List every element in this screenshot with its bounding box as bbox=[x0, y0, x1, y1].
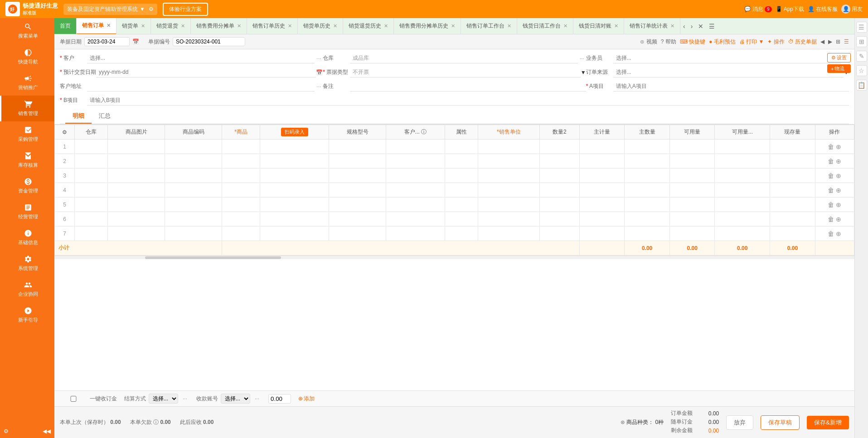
tab-sales-return[interactable]: 销货退货 ✕ bbox=[151, 18, 191, 34]
sidebar-item-purchase[interactable]: 采购管理 bbox=[0, 121, 54, 147]
tab-workbench[interactable]: 销售订单工作台 ✕ bbox=[461, 18, 517, 34]
row-delete-btn[interactable]: 🗑 bbox=[828, 172, 834, 179]
tab-close-sales-order[interactable]: ✕ bbox=[107, 23, 111, 29]
tab-home[interactable]: 首页 bbox=[54, 18, 77, 34]
sidebar-item-operations[interactable]: 经营管理 bbox=[0, 199, 54, 225]
tab-close-sales-return[interactable]: ✕ bbox=[181, 23, 185, 29]
payment-dots[interactable]: ··· bbox=[181, 395, 189, 402]
detail-tab-detail[interactable]: 明细 bbox=[65, 109, 92, 124]
tab-close-return-history[interactable]: ✕ bbox=[384, 23, 388, 29]
invoice-type-input[interactable] bbox=[350, 67, 580, 77]
order-no-input[interactable] bbox=[173, 37, 245, 46]
help-action[interactable]: ? 帮助 bbox=[661, 38, 676, 46]
scan-btn[interactable]: 扫码录入 bbox=[281, 128, 308, 136]
bank-account-select[interactable]: 选择... bbox=[221, 394, 250, 404]
customer-dots[interactable]: ··· bbox=[315, 55, 323, 62]
view-action[interactable]: ⊙ 视频 bbox=[640, 38, 657, 46]
nav-next-btn[interactable]: ▶ bbox=[828, 39, 832, 45]
row-delete-btn[interactable]: 🗑 bbox=[828, 158, 834, 165]
sidebar-item-guide[interactable]: 新手引导 bbox=[0, 302, 54, 328]
tab-close-reconcile[interactable]: ✕ bbox=[614, 23, 618, 29]
sidebar-item-system[interactable]: 系统管理 bbox=[0, 250, 54, 276]
sidebar-item-inventory[interactable]: 库存核算 bbox=[0, 147, 54, 173]
row-copy-btn[interactable]: ⊕ bbox=[836, 143, 841, 150]
warehouse-input[interactable] bbox=[350, 53, 577, 63]
bank-dots[interactable]: ··· bbox=[253, 395, 261, 402]
tab-sales-order[interactable]: 销售订单 ✕ bbox=[77, 18, 116, 34]
address-dots[interactable]: ··· bbox=[315, 83, 323, 90]
tab-invoice-history[interactable]: 销货单历史 ✕ bbox=[298, 18, 343, 34]
grid-view-btn[interactable]: ⊞ bbox=[836, 39, 840, 45]
row-delete-btn[interactable]: 🗑 bbox=[828, 216, 834, 223]
print-action[interactable]: 🖨 打印 ▼ bbox=[739, 38, 764, 46]
notes-input[interactable] bbox=[350, 81, 586, 91]
sidebar-item-basic[interactable]: 基础信息 bbox=[0, 225, 54, 250]
profit-action[interactable]: ● 毛利预估 bbox=[709, 38, 736, 46]
tab-close-expense-history[interactable]: ✕ bbox=[451, 23, 455, 29]
payment-method-select[interactable]: 选择... bbox=[149, 394, 178, 404]
right-panel-btn-3[interactable]: ✎ bbox=[856, 51, 867, 62]
warehouse-dots[interactable]: ··· bbox=[578, 55, 586, 62]
discard-button[interactable]: 放弃 bbox=[726, 415, 753, 430]
tab-prev-btn[interactable]: ‹ bbox=[680, 23, 688, 30]
row-copy-btn[interactable]: ⊕ bbox=[836, 216, 841, 223]
industry-btn[interactable]: 体验行业方案 bbox=[163, 3, 208, 16]
sidebar-item-finance[interactable]: 资金管理 bbox=[0, 173, 54, 199]
right-panel-btn-5[interactable]: 📋 bbox=[856, 80, 867, 91]
row-delete-btn[interactable]: 🗑 bbox=[828, 201, 834, 208]
list-view-btn[interactable]: ☰ bbox=[844, 39, 849, 45]
tab-close-sales-expense[interactable]: ✕ bbox=[237, 23, 241, 29]
right-panel-btn-1[interactable]: ☰ bbox=[856, 22, 867, 33]
sidebar-item-search[interactable]: 搜索菜单 bbox=[0, 18, 54, 44]
tab-close-invoice-history[interactable]: ✕ bbox=[333, 23, 337, 29]
tab-close-daily-workbench[interactable]: ✕ bbox=[563, 23, 567, 29]
row-copy-btn[interactable]: ⊕ bbox=[836, 230, 841, 237]
tab-sales-expense[interactable]: 销售费用分摊单 ✕ bbox=[191, 18, 247, 34]
tab-return-history[interactable]: 销货退货历史 ✕ bbox=[343, 18, 394, 34]
right-panel-btn-2[interactable]: ⊞ bbox=[856, 36, 867, 47]
customer-input[interactable] bbox=[87, 53, 315, 63]
sidebar-item-enterprise[interactable]: 企业协同 bbox=[0, 276, 54, 302]
amount-input[interactable] bbox=[268, 394, 291, 404]
tab-close-all-btn[interactable]: ✕ bbox=[695, 23, 706, 30]
operate-action[interactable]: ✦ 操作 bbox=[767, 38, 784, 46]
add-item-button[interactable]: + 物流 bbox=[827, 64, 851, 73]
scroll-thumb[interactable] bbox=[145, 256, 281, 259]
salesperson-input[interactable] bbox=[613, 53, 841, 63]
save-new-button[interactable]: 保存&新增 bbox=[807, 416, 849, 429]
th-settings[interactable]: ⚙ bbox=[55, 125, 75, 140]
tab-sales-order-history[interactable]: 销售订单历史 ✕ bbox=[247, 18, 298, 34]
a-project-input[interactable] bbox=[613, 81, 849, 91]
tab-next-btn[interactable]: › bbox=[688, 23, 696, 30]
settings-button[interactable]: ⚙ 设置 bbox=[827, 53, 851, 63]
row-copy-btn[interactable]: ⊕ bbox=[836, 201, 841, 208]
app-download-btn[interactable]: 📱 App下载 bbox=[776, 5, 804, 13]
delivery-date-input[interactable] bbox=[96, 67, 316, 77]
save-draft-button[interactable]: 保存草稿 bbox=[761, 415, 800, 430]
tab-close-sales-invoice[interactable]: ✕ bbox=[141, 23, 145, 29]
right-panel-btn-4[interactable]: ☆ bbox=[856, 65, 867, 76]
b-project-input[interactable] bbox=[87, 95, 849, 106]
sidebar-item-quicknav[interactable]: 快捷导航 bbox=[0, 44, 54, 70]
sidebar-item-sales[interactable]: 销售管理 bbox=[0, 96, 54, 121]
row-copy-btn[interactable]: ⊕ bbox=[836, 172, 841, 179]
nav-prev-btn[interactable]: ◀ bbox=[820, 39, 824, 45]
row-copy-btn[interactable]: ⊕ bbox=[836, 158, 841, 165]
tab-stats[interactable]: 销售订单统计表 ✕ bbox=[624, 18, 680, 34]
user-btn[interactable]: 👤 用友 bbox=[841, 5, 863, 14]
history-action[interactable]: ⏱ 历史单据 bbox=[788, 38, 817, 46]
row-copy-btn[interactable]: ⊕ bbox=[836, 187, 841, 194]
order-source-input[interactable] bbox=[613, 67, 844, 77]
row-delete-btn[interactable]: 🗑 bbox=[828, 187, 834, 194]
system-selector[interactable]: 装备及固定资产辅助管理系统 ▼ ⚙ bbox=[63, 4, 157, 15]
messages-btn[interactable]: 💬 消息 9 bbox=[744, 5, 772, 13]
tab-close-stats[interactable]: ✕ bbox=[670, 23, 674, 29]
shortcut-action[interactable]: ⌨ 快捷键 bbox=[680, 38, 705, 46]
tab-close-sales-order-history[interactable]: ✕ bbox=[288, 23, 292, 29]
tab-expense-history[interactable]: 销售费用分摊单历史 ✕ bbox=[394, 18, 461, 34]
detail-tab-summary[interactable]: 汇总 bbox=[92, 109, 118, 124]
scroll-area[interactable] bbox=[54, 255, 854, 259]
sidebar-item-marketing[interactable]: 营销推广 bbox=[0, 70, 54, 96]
add-payment-btn[interactable]: ⊕ 添加 bbox=[298, 395, 315, 403]
online-service-btn[interactable]: 👤 在线客服 bbox=[808, 5, 838, 13]
